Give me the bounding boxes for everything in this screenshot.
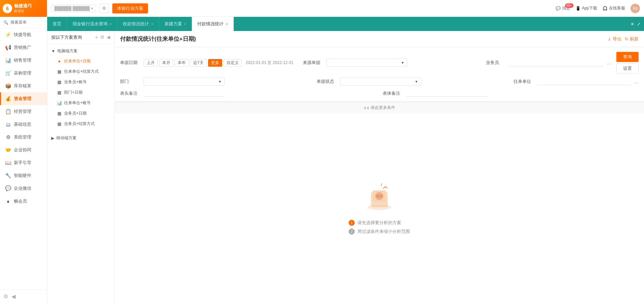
tab-payment-stats[interactable]: 付款情况统计 × [192,17,233,31]
doc-status-select[interactable]: ▾ [340,78,421,86]
date-last-month-btn[interactable]: 上月 [144,59,158,67]
refresh-button[interactable]: ↻ 刷新 [625,36,639,42]
tab-receivable-close[interactable]: × [151,22,153,26]
partner-account-label: 往来单位+账号 [64,100,110,106]
sidebar-item-inventory[interactable]: 📦 库存核算 [0,80,47,92]
dept-label: 部门 [120,79,144,85]
scheme-item-partner-date[interactable]: ● 往来单位+日期 [47,56,114,66]
add-scheme-icon[interactable]: + [95,34,98,40]
date-custom-btn[interactable]: 自定义 [224,59,242,67]
date-this-year-btn[interactable]: 本年 [175,59,189,67]
sidebar-item-label: 基础信息 [14,121,31,127]
dept-select[interactable]: ▾ [144,78,225,86]
tab-receivable[interactable]: 收款情况统计 × [117,17,159,31]
sidebar-item-label: 系统管理 [14,134,31,140]
section-arrow-icon: ▼ [51,49,55,54]
date-this-month-btn[interactable]: 本月 [159,59,173,67]
sidebar-item-system[interactable]: ⚙ 系统管理 [0,131,47,144]
source-select[interactable]: ▾ [326,59,407,67]
app-icon: 📱 [576,6,581,11]
header-note-input[interactable] [144,90,225,97]
tip-num-2: 2 [349,229,355,235]
tab-bank-flow-close[interactable]: × [110,22,112,26]
panel-action-icons: + ⚙ ◀ [95,34,110,40]
scheme-settings-icon[interactable]: ⚙ [100,34,105,40]
service-button[interactable]: 🎧 在线客服 [603,5,625,11]
topbar: ██████ ██████ ▾ ⚙ 体验行业方案 💬 消息 99+ 📱 App下… [47,0,644,17]
settings-footer-icon[interactable]: ⚙ [3,293,8,300]
user-area[interactable]: Rit [631,4,640,13]
system-icon: ⚙ [5,134,11,140]
export-button[interactable]: ⤓ 导出 [608,36,621,42]
sidebar-item-hardware[interactable]: 🔧 智能硬件 [0,169,47,182]
tab-payment-stats-close[interactable]: × [226,22,228,26]
sidebar-item-purchase[interactable]: 🛒 采购管理 [0,67,47,80]
collapse-sidebar-icon[interactable]: ◀ [11,293,16,300]
tab-bank-flow[interactable]: 现金银行流水查询 × [67,17,117,31]
query-button[interactable]: 查询 [616,52,639,62]
salesperson-dots[interactable]: ... [607,60,611,66]
empty-tips: 1 请先选择要分析的方案 2 用过滤条件来缩小分析范围 [349,220,410,235]
salesperson-input[interactable] [509,59,604,66]
chevron-down-icon: ▾ [91,6,93,11]
message-button[interactable]: 💬 消息 99+ [556,5,570,11]
sidebar-item-label: 营销推广 [14,44,31,51]
app-download-button[interactable]: 📱 App下载 [576,5,597,11]
page-header-actions: ⤓ 导出 ↻ 刷新 [608,36,639,42]
workspace-selector[interactable]: ██████ ██████ ▾ [51,5,96,12]
operation-icon: 📋 [5,109,11,115]
date-7days-btn[interactable]: 近7天 [190,59,207,67]
trial-btn[interactable]: 体验行业方案 [112,3,148,13]
collapse-panel-icon[interactable]: ◀ [107,34,110,40]
tab-home[interactable]: 首页 [47,17,67,31]
tab-receivable-label: 收款情况统计 [123,21,149,27]
tab-new-scheme-label: 新建方案 [165,21,182,27]
sidebar-nav: ⚡ 快捷导航 📢 营销推广 📊 销售管理 🛒 采购管理 📦 库存核算 💰 资金管… [0,28,47,290]
sidebar-item-basic-info[interactable]: 🗂 基础信息 [0,118,47,131]
collapse-button[interactable]: ∧∧ 收起更多条件 [363,105,395,111]
sidebar-item-wechat[interactable]: 💬 企业微信 [0,182,47,195]
scheme-item-partner-account[interactable]: 📊 往来单位+账号 [47,98,114,108]
filter-col-salesperson: 业务员 ... 查询 设置 [486,52,639,73]
scheme-item-salesperson-date[interactable]: ▦ 业务员+日期 [47,108,114,119]
date-label: 单据日期 [120,60,144,66]
sidebar-item-guide[interactable]: 📖 新手引导 [0,156,47,169]
scheme-item-partner-settle[interactable]: ▦ 往来单位+结算方式 [47,66,114,77]
sidebar-item-label: 畅会员 [14,198,27,204]
sidebar-item-sales[interactable]: 📊 销售管理 [0,54,47,67]
partner-input[interactable] [537,78,632,85]
scheme-item-salesperson-settle[interactable]: ▦ 业务员+结算方式 [47,119,114,129]
sidebar-item-marketing[interactable]: 📢 营销推广 [0,41,47,54]
tip-text-2: 用过滤条件来缩小分析范围 [357,229,410,235]
tab-bank-flow-label: 现金银行流水查询 [72,21,108,27]
close-all-icon[interactable]: ✕ [631,22,634,27]
desktop-section-title[interactable]: ▼ 电脑端方案 [47,46,114,56]
tab-new-scheme-close[interactable]: × [184,22,186,26]
mobile-section-title[interactable]: ▶ 移动端方案 [47,133,114,143]
settings-button[interactable]: 设置 [616,63,639,73]
filter-col-body-note: 表体备注 [383,90,639,97]
sidebar-item-operation[interactable]: 📋 经营管理 [0,105,47,118]
sidebar-item-enterprise[interactable]: 🤝 企业协同 [0,144,47,156]
filter-col-source: 来源单据 ▾ [303,59,479,67]
expand-icon[interactable]: ⤢ [637,22,641,27]
content-area: 按以下方案查询 + ⚙ ◀ ▼ 电脑端方案 ● 往来单位+日期 ▦ [47,31,644,303]
sidebar-item-member[interactable]: ♦ 畅会员 [0,195,47,208]
sidebar-search[interactable]: 🔍 搜索菜单 [0,17,47,28]
partner-dots[interactable]: ... [634,79,639,85]
guide-icon: 📖 [5,160,11,166]
date-more-btn[interactable]: 更多 [208,59,222,67]
topbar-gear-button[interactable]: ⚙ [99,4,109,13]
filter-col-dept: 部门 ▾ [120,78,310,86]
dept-date-label: 部门+日期 [64,90,110,95]
scheme-item-dept-date[interactable]: ▦ 部门+日期 [47,87,114,98]
partner-date-icon: ● [57,59,62,64]
empty-illustration [362,182,396,216]
export-label: 导出 [613,36,621,42]
scheme-item-salesperson-account[interactable]: ▦ 业务员+账号 [47,77,114,87]
sidebar-item-quick-nav[interactable]: ⚡ 快捷导航 [0,28,47,41]
sidebar-item-finance[interactable]: 💰 资金管理 [0,92,47,105]
dept-date-icon: ▦ [57,90,62,95]
tab-new-scheme[interactable]: 新建方案 × [159,17,192,31]
body-note-input[interactable] [406,90,487,97]
